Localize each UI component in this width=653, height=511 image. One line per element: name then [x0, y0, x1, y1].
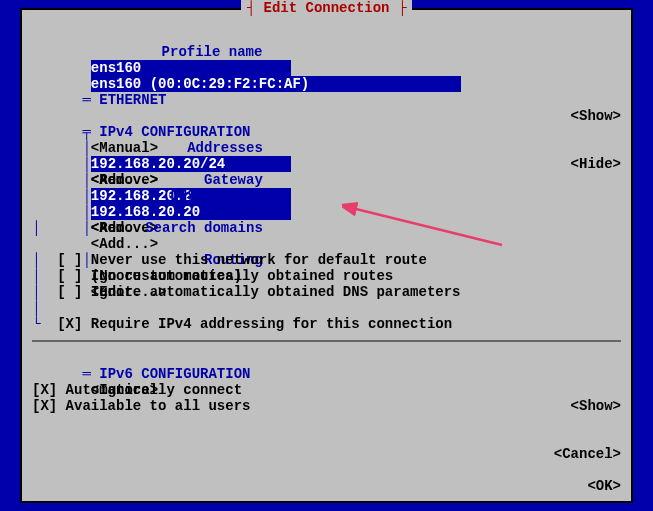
edit-connection-dialog: ┤ Edit Connection ├ Profile name ens160 …: [20, 8, 633, 503]
ipv6-show-button[interactable]: <Show>: [571, 398, 621, 414]
device-input[interactable]: ens160 (00:0C:29:F2:FC:AF): [91, 76, 461, 92]
ignore-routes-checkbox[interactable]: [ ] Ignore automatically obtained routes: [40, 268, 393, 284]
auto-connect-checkbox[interactable]: [X] Automatically connect: [32, 382, 242, 398]
ipv4-section: ╤ IPv4 CONFIGURATION: [82, 124, 250, 140]
ethernet-section: ═ ETHERNET: [82, 92, 166, 108]
all-users-checkbox[interactable]: [X] Available to all users: [32, 398, 250, 414]
dialog-title: ┤ Edit Connection ├: [241, 0, 413, 16]
search-domains-label: Search domains: [91, 220, 263, 236]
ipv6-section: ═ IPv6 CONFIGURATION: [82, 366, 250, 382]
cancel-button[interactable]: <Cancel>: [554, 446, 621, 462]
profile-name-label: Profile name: [82, 44, 262, 60]
addresses-label: Addresses: [91, 140, 263, 156]
never-default-checkbox[interactable]: [ ] Never use this network for default r…: [40, 252, 426, 268]
divider: [32, 340, 621, 342]
ethernet-show-button[interactable]: <Show>: [571, 108, 621, 124]
gateway-label: Gateway: [91, 172, 263, 188]
dns-label: DNS servers: [91, 188, 263, 204]
search-add-button[interactable]: <Add...>: [91, 236, 158, 252]
ipv4-hide-button[interactable]: <Hide>: [571, 156, 621, 172]
ignore-dns-checkbox[interactable]: [ ] Ignore automatically obtained DNS pa…: [40, 284, 460, 300]
device-label: Device: [82, 60, 262, 76]
require-ipv4-checkbox[interactable]: [X] Require IPv4 addressing for this con…: [40, 316, 452, 332]
ok-button[interactable]: <OK>: [587, 478, 621, 494]
